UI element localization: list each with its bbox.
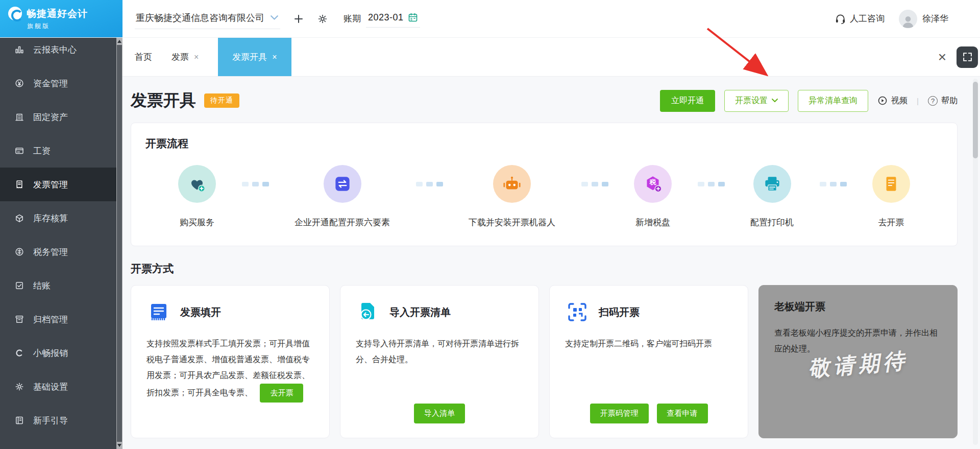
sidebar-item-fixed-assets[interactable]: 固定资产 (0, 100, 122, 134)
sidebar-item-beginner-guide[interactable]: 新手引导 (0, 404, 122, 437)
brand-edition: 旗舰版 (27, 22, 122, 31)
scroll-up-icon[interactable] (117, 40, 121, 43)
sidebar-item-archive[interactable]: 归档管理 (0, 302, 122, 336)
fullscreen-icon (963, 52, 972, 62)
settings-button[interactable] (317, 13, 328, 25)
view-applications-button[interactable]: 查看申请 (657, 404, 708, 423)
tabbar-controls: × (938, 38, 980, 76)
gear-icon (14, 382, 24, 392)
sidebar-item-settlement[interactable]: 结账 (0, 269, 122, 302)
username: 徐泽华 (922, 13, 948, 25)
card-invoice-fill: 发票填开 支持按照发票样式手工填开发票；可开具增值税电子普通发票、增值税普通发票… (131, 285, 330, 438)
sidebar-item-funds[interactable]: 资金管理 (0, 66, 122, 100)
avatar (899, 10, 917, 28)
card-description: 支持按照发票样式手工填开发票；可开具增值税电子普通发票、增值税普通发票、增值税专… (146, 336, 314, 403)
import-list-icon (356, 300, 380, 324)
scroll-down-icon[interactable] (117, 444, 121, 447)
step-label: 下载并安装开票机器人 (469, 217, 555, 228)
sidebar-item-cloud-reports[interactable]: 云报表中心 (0, 38, 122, 66)
person-icon (900, 14, 916, 28)
report-chart-icon (14, 44, 24, 55)
content-scrollbar-thumb[interactable] (973, 82, 978, 158)
step-label: 企业开通配置开票六要素 (295, 217, 390, 228)
invoicing-process-card: 开票流程 购买服务 企业 (131, 123, 958, 246)
close-page-icon[interactable]: × (938, 50, 946, 64)
video-link[interactable]: 视频 (877, 96, 908, 106)
sidebar-item-label: 新手引导 (33, 415, 68, 427)
sidebar-item-basic-settings[interactable]: 基础设置 (0, 370, 122, 404)
sidebar-item-salary[interactable]: 工资 (0, 134, 122, 168)
step-configure-six-elements[interactable]: 企业开通配置开票六要素 (295, 165, 390, 228)
user-menu[interactable]: 徐泽华 (899, 10, 948, 28)
sidebar-item-label: 云报表中心 (33, 44, 77, 56)
methods-title: 开票方式 (131, 262, 958, 276)
scan-code-icon (565, 300, 590, 324)
tab-invoice-issue[interactable]: 发票开具 × (218, 38, 291, 76)
step-add-tax-disk[interactable]: 税 新增税盘 (634, 165, 672, 228)
card-title: 老板端开票 (774, 300, 825, 314)
step-install-robot[interactable]: 下载并安装开票机器人 (469, 165, 555, 228)
brand-name: 畅捷通好会计 (27, 7, 88, 20)
sidebar-item-invoice-management[interactable]: 发票管理 (0, 168, 122, 201)
funds-icon (14, 78, 24, 88)
support-label: 人工咨询 (850, 13, 885, 25)
step-label: 购买服务 (180, 217, 214, 228)
period-picker[interactable]: 2023-01 (366, 10, 420, 28)
page-body: 发票开具 待开通 立即开通 开票设置 异常清单查询 视频 | (122, 77, 980, 449)
activate-now-button[interactable]: 立即开通 (660, 90, 715, 112)
calendar-icon (408, 12, 418, 22)
sidebar-scrollbar[interactable] (116, 38, 122, 449)
step-purchase-service[interactable]: 购买服务 (178, 165, 216, 228)
sidebar-item-reimbursement[interactable]: 小畅报销 (0, 336, 122, 370)
step-go-invoice[interactable]: 去开票 (872, 165, 910, 228)
sidebar: 云报表中心 资金管理 固定资产 工资 发票管理 (0, 38, 122, 449)
robot-icon (501, 173, 523, 195)
sidebar-item-logout[interactable]: 退出用户 (0, 437, 122, 449)
period-label: 账期 (344, 13, 361, 25)
abnormal-list-button[interactable]: 异常清单查询 (798, 90, 868, 112)
invoice-icon (14, 179, 24, 190)
support-link[interactable]: 人工咨询 (835, 13, 885, 25)
import-list-button[interactable]: 导入清单 (414, 404, 465, 423)
sidebar-item-label: 资金管理 (33, 78, 68, 89)
help-link[interactable]: ? 帮助 (928, 96, 958, 106)
card-title: 导入开票清单 (389, 305, 451, 319)
card-description: 支持导入待开票清单，可对待开票清单进行拆分、合并处理。 (356, 336, 523, 367)
actions-divider: | (917, 97, 919, 105)
page-title: 发票开具 (131, 89, 196, 112)
step-circle (493, 165, 531, 203)
sidebar-scroll-thumb[interactable] (117, 45, 122, 442)
brand-logo[interactable]: 畅捷通好会计 旗舰版 (0, 0, 122, 37)
play-icon (877, 96, 888, 106)
sidebar-item-label: 小畅报销 (33, 347, 68, 359)
accounting-period: 账期 2023-01 (344, 10, 420, 28)
add-account-button[interactable] (293, 14, 304, 24)
sidebar-item-label: 固定资产 (33, 111, 68, 123)
step-configure-printer[interactable]: 配置打印机 (750, 165, 794, 228)
invoice-code-manage-button[interactable]: 开票码管理 (590, 404, 649, 423)
method-cards: 发票填开 支持按照发票样式手工填开发票；可开具增值税电子普通发票、增值税普通发票… (131, 285, 958, 438)
card-import-list: 导入开票清单 支持导入待开票清单，可对待开票清单进行拆分、合并处理。 导入清单 (340, 285, 539, 438)
brand-logo-icon (8, 7, 22, 20)
app-window: 畅捷通好会计 旗舰版 重庆畅捷交通信息咨询有限公司 账期 2023-01 人工咨… (0, 0, 980, 449)
page-actions: 立即开通 开票设置 异常清单查询 视频 | ? 帮 (660, 90, 958, 112)
tab-invoice[interactable]: 发票 × (172, 51, 199, 63)
tab-home[interactable]: 首页 (135, 51, 152, 63)
page-header: 发票开具 待开通 立即开通 开票设置 异常清单查询 视频 | (131, 85, 958, 116)
period-value: 2023-01 (368, 12, 404, 23)
help-label: 帮助 (941, 96, 958, 106)
close-tab-icon[interactable]: × (194, 53, 199, 62)
company-name: 重庆畅捷交通信息咨询有限公司 (136, 12, 264, 24)
step-connector (672, 182, 750, 186)
card-description: 查看老板端小程序提交的开票申请，并作出相应的处理。 (774, 325, 942, 357)
tab-label: 发票 (172, 51, 189, 63)
fullscreen-button[interactable] (957, 46, 978, 68)
sidebar-item-tax[interactable]: 税务管理 (0, 235, 122, 269)
card-title: 扫码开票 (599, 305, 640, 319)
sidebar-item-inventory[interactable]: 库存核算 (0, 201, 122, 235)
go-invoice-button[interactable]: 去开票 (260, 384, 303, 403)
step-circle (178, 165, 216, 203)
invoice-settings-button[interactable]: 开票设置 (724, 90, 789, 112)
company-selector[interactable]: 重庆畅捷交通信息咨询有限公司 (135, 9, 280, 29)
close-tab-icon[interactable]: × (272, 53, 277, 62)
